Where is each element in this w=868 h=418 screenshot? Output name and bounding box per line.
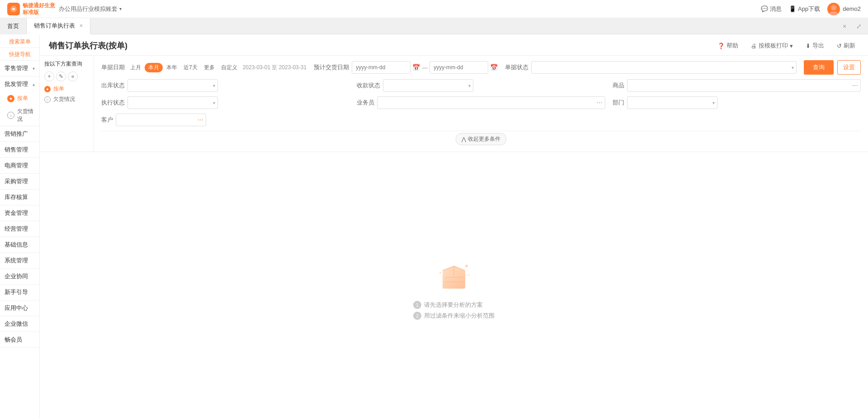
goods-label: 商品 [613,81,624,90]
scheme-panel: 按以下方案查询 + ✎ « ● 按单 ○ 欠货情况 [40,56,94,152]
sidebar-group-operation: 经营管理 [0,221,39,237]
sidebar: 搜索菜单 快捷导航 零售管理 ▾ 批发管理 ▴ ● 按单 ○ 欠货情况 [0,34,40,418]
payment-select[interactable] [383,79,473,92]
logo-text: 畅捷通好生意 标准版 [23,2,55,15]
delivery-select[interactable] [127,79,218,92]
sidebar-item-wholesale[interactable]: 批发管理 ▴ [0,76,39,92]
exec-select[interactable] [127,96,218,109]
refresh-button[interactable]: ↺ 刷新 [833,40,859,52]
date-btn-more[interactable]: 更多 [201,63,217,72]
sidebar-item-ecommerce[interactable]: 电商管理 [0,158,39,173]
sidebar-item-appstore[interactable]: 应用中心 [0,300,39,316]
active-dot-icon: ● [7,95,14,102]
salesperson-input-wrap: ··· [377,96,605,109]
sidebar-item-newbie[interactable]: 新手引导 [0,285,39,300]
goods-input[interactable] [627,79,861,92]
payment-select-wrap: ▾ [383,79,473,92]
empty-state: 1 请先选择要分析的方案 2 用过滤条件来缩小分析范围 [40,152,868,418]
sidebar-item-system[interactable]: 系统管理 [0,253,39,268]
empty-tips: 1 请先选择要分析的方案 2 用过滤条件来缩小分析范围 [413,301,495,320]
salesperson-label: 业务员 [357,99,374,107]
sidebar-item-wechat[interactable]: 企业微信 [0,316,39,332]
svg-point-8 [467,274,469,276]
export-button[interactable]: ⬇ 导出 [802,40,828,52]
date-end-icon[interactable]: 📅 [490,64,498,71]
customer-filter-group: 客户 ··· [101,114,206,126]
goods-filter-group: 商品 ··· [613,79,861,92]
customer-dots-icon[interactable]: ··· [198,116,203,124]
user-area[interactable]: demo2 [827,3,861,15]
forecast-date-start[interactable] [352,61,410,74]
scheme-icons-row: + ✎ « [44,71,89,81]
sidebar-subitem-scheme[interactable]: ● 按单 [0,92,39,105]
sidebar-item-purchase[interactable]: 采购管理 [0,174,39,189]
status-label: 单据状态 [505,63,528,71]
sidebar-item-finance[interactable]: 资金管理 [0,205,39,221]
date-btn-prev-month[interactable]: 上月 [127,63,144,72]
scheme-edit-button[interactable]: ✎ [56,71,66,81]
sidebar-item-sales[interactable]: 销售管理 [0,142,39,157]
topbar-left: 畅捷通好生意 标准版 办公用品行业模拟账套 ▾ [7,2,122,15]
date-separator: — [422,64,428,71]
help-button[interactable]: ❓ 帮助 [714,40,742,52]
sidebar-group-enterprise: 企业协同 [0,269,39,285]
forecast-date-end[interactable] [429,61,488,74]
export-icon: ⬇ [806,43,811,49]
message-button[interactable]: 💬 消息 [761,5,782,13]
sidebar-item-operation[interactable]: 经营管理 [0,221,39,237]
scheme-item-owe[interactable]: ○ 欠货情况 [44,95,89,103]
sidebar-item-basic[interactable]: 基础信息 [0,237,39,252]
app-download-button[interactable]: 📱 App下载 [789,5,820,13]
sidebar-group-wholesale: 批发管理 ▴ ● 按单 ○ 欠货情况 [0,76,39,126]
filter-layout: 按以下方案查询 + ✎ « ● 按单 ○ 欠货情况 [40,56,868,152]
print-icon: 🖨 [751,43,757,49]
customer-label: 客户 [101,116,113,124]
salesperson-filter-group: 业务员 ··· [357,96,605,109]
sidebar-group-appstore: 应用中心 [0,300,39,316]
status-filter-group: 单据状态 已审核 未审核 作废 ▾ [505,61,797,74]
inactive-dot-icon: ○ [7,112,14,119]
tab-close-icon[interactable]: × [80,23,83,29]
date-btn-current-year[interactable]: 本年 [164,63,180,72]
template-print-button[interactable]: 🖨 按模板打印 ▾ [747,40,797,52]
collapse-button[interactable]: ⋀ 收起更多条件 [456,133,506,145]
date-btn-custom[interactable]: 自定义 [218,63,240,72]
salesperson-input[interactable] [377,96,605,109]
tab-expand-button[interactable]: ⤢ [854,21,864,32]
filter-row-3: 执行状态 ▾ 业务员 ·· [101,96,861,109]
date-start-icon[interactable]: 📅 [412,64,420,71]
sidebar-item-marketing[interactable]: 营销推广 [0,126,39,142]
tab-home[interactable]: 首页 [0,18,27,34]
tab-sales-exec[interactable]: 销售订单执行表 × [27,18,90,34]
query-button[interactable]: 查询 [804,60,834,75]
sidebar-item-inventory[interactable]: 库存核算 [0,190,39,205]
sidebar-item-enterprise[interactable]: 企业协同 [0,269,39,284]
customer-input-wrap: ··· [116,114,206,126]
customer-input[interactable] [116,114,206,126]
tip-number-2: 2 [413,312,421,320]
date-buttons: 上月 本月 本年 近7天 更多 自定义 [127,63,240,72]
scheme-collapse-button[interactable]: « [68,71,78,81]
sidebar-item-member[interactable]: 畅会员 [0,332,39,347]
sidebar-search[interactable]: 搜索菜单 [0,34,39,48]
sidebar-subitem-owe[interactable]: ○ 欠货情况 [0,105,39,126]
date-btn-7days[interactable]: 近7天 [181,63,200,72]
topbar: 畅捷通好生意 标准版 办公用品行业模拟账套 ▾ 💬 消息 📱 App下载 dem… [0,0,868,18]
empty-tip-2: 2 用过滤条件来缩小分析范围 [413,312,495,320]
salesperson-dots-icon[interactable]: ··· [596,99,602,107]
sidebar-quick-nav[interactable]: 快捷导航 [0,48,39,61]
settings-button[interactable]: 设置 [837,60,861,75]
svg-point-2 [829,11,838,15]
delivery-select-wrap: ▾ [127,79,218,92]
date-btn-current-month[interactable]: 本月 [145,63,163,72]
dept-select[interactable] [627,96,717,109]
status-select[interactable]: 已审核 未审核 作废 [531,61,797,74]
tab-close-button[interactable]: × [839,21,850,32]
sidebar-item-retail[interactable]: 零售管理 ▾ [0,61,39,76]
delivery-filter-group: 出库状态 ▾ [101,79,349,92]
exec-select-wrap: ▾ [127,96,218,109]
scheme-add-button[interactable]: + [44,71,54,81]
scheme-item-active[interactable]: ● 按单 [44,85,89,93]
goods-dots-icon[interactable]: ··· [852,81,858,90]
delivery-label: 出库状态 [101,81,125,90]
